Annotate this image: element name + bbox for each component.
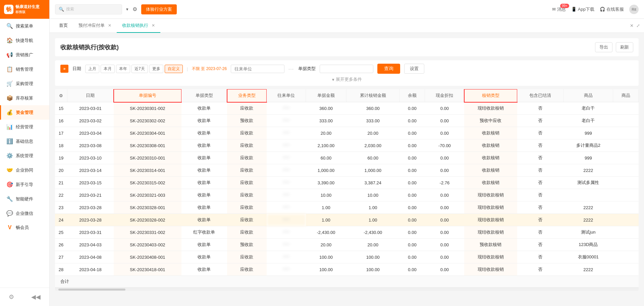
search-menu-icon: 🔍 <box>6 23 13 29</box>
sidebar-item-finance[interactable]: 💰 资金管理 <box>0 105 49 120</box>
date-btn-custom[interactable]: 自定义 <box>165 65 183 73</box>
sidebar-item-enterprise[interactable]: 🤝 企业协同 <box>0 163 49 177</box>
receipt-type-select[interactable] <box>320 65 373 73</box>
table-row[interactable]: 172023-03-04SK-20230304-001收款单应收款****20.… <box>55 127 639 139</box>
header-search-bar[interactable]: 🔍 搜索 <box>55 4 122 14</box>
gear-icon[interactable]: ⚙ <box>132 6 137 12</box>
industry-btn[interactable]: 体验行业方案 <box>141 4 177 14</box>
filter-more-row[interactable]: ▾ 展开更多条件 <box>60 76 633 82</box>
query-btn[interactable]: 查询 <box>377 64 400 74</box>
filter-expand-btn[interactable]: » <box>60 65 68 73</box>
table-row[interactable]: 232023-03-28SK-20230328-001收款单应收款****1.0… <box>55 201 639 214</box>
table-row[interactable]: 212023-03-15SK-20230315-002收款单应收款****3,3… <box>55 177 639 189</box>
sidebar-item-guide[interactable]: 🎯 新手引导 <box>0 177 49 192</box>
sidebar-item-basic[interactable]: ℹ️ 基础信息 <box>0 134 49 148</box>
message-icon: ✉ <box>552 7 556 12</box>
cell-goods2 <box>613 152 639 164</box>
date-label: 日期 <box>72 66 81 72</box>
tab-bar-actions: ✕ ⤢ <box>630 23 640 28</box>
date-btn-this-year[interactable]: 本年 <box>116 65 130 73</box>
sidebar-item-sales[interactable]: 📋 销售管理 <box>0 62 49 76</box>
cell-counterparty: **** <box>267 263 306 276</box>
cell-date: 2023-03-10 <box>67 152 114 164</box>
th-balance: 余额 <box>399 89 425 102</box>
logo-title: 畅康道好生意 <box>15 4 40 10</box>
sidebar-item-inventory[interactable]: 📦 库存核算 <box>0 91 49 105</box>
cell-doc-no[interactable]: SK-20230418-001 <box>114 263 181 276</box>
scrollbar-thumb[interactable] <box>58 289 125 291</box>
sidebar-item-operations[interactable]: 📊 经营管理 <box>0 120 49 134</box>
scrollbar-area[interactable] <box>55 288 639 291</box>
tab-collection[interactable]: 收款核销执行 ✕ <box>117 19 160 33</box>
sidebar-item-search[interactable]: 🔍 搜索菜单 <box>0 19 49 33</box>
table-row[interactable]: 262023-04-03SK-20230403-002收款单预收款****20.… <box>55 239 639 251</box>
cell-doc-no[interactable]: SK-20230315-002 <box>114 177 181 189</box>
table-row[interactable]: 242023-03-28SK-20230328-002收款单应收款****1.0… <box>55 214 639 226</box>
collection-tab-close[interactable]: ✕ <box>152 23 155 28</box>
search-menu-label: 搜索菜单 <box>16 23 33 29</box>
sidebar-item-purchase[interactable]: 🛒 采购管理 <box>0 76 49 91</box>
table-row[interactable]: 182023-03-08SK-20230308-001收款单应收款****2,1… <box>55 139 639 152</box>
date-btn-last-month[interactable]: 上月 <box>85 65 99 73</box>
cell-doc-no[interactable]: SK-20230310-001 <box>114 152 181 164</box>
maximize-icon[interactable]: ⤢ <box>636 23 640 28</box>
cell-doc-no[interactable]: SK-20230314-001 <box>114 164 181 177</box>
cell-discount: 0.00 <box>425 189 464 201</box>
filter-settings-btn[interactable]: 设置 <box>404 64 424 74</box>
sidebar-item-quick-nav[interactable]: 🏠 快捷导航 <box>0 33 49 48</box>
refresh-btn[interactable]: 刷新 <box>616 42 633 52</box>
table-row[interactable]: 282023-04-18SK-20230418-001收款单应收款****100… <box>55 263 639 276</box>
cell-doc-no[interactable]: SK-20230403-002 <box>114 239 181 251</box>
table-row[interactable]: 202023-03-14SK-20230314-001收款单应收款****1,0… <box>55 164 639 177</box>
tab-home[interactable]: 首页 <box>54 19 73 33</box>
collapse-btn[interactable]: ◀◀ <box>29 291 43 303</box>
settings-icon[interactable]: ⚙ <box>59 93 63 98</box>
cell-doc-no[interactable]: SK-20230328-001 <box>114 201 181 214</box>
table-row[interactable]: 192023-03-10SK-20230310-001收款单应收款****60.… <box>55 152 639 164</box>
cell-doc-no[interactable]: SK-20230301-002 <box>114 102 181 115</box>
cell-doc-no[interactable]: SK-20230308-001 <box>114 139 181 152</box>
sidebar-item-wechat[interactable]: 💬 企业微信 <box>0 206 49 221</box>
close-all-icon[interactable]: ✕ <box>630 23 634 28</box>
date-btn-7days[interactable]: 近7天 <box>131 65 148 73</box>
table-row[interactable]: 162023-03-02SK-20230302-002收款单预收款****333… <box>55 115 639 127</box>
cell-balance: 0.00 <box>399 177 425 189</box>
app-download-action[interactable]: 📱 App下载 <box>571 6 594 12</box>
logo-icon: 畅 <box>4 5 13 14</box>
cell-goods2 <box>613 164 639 177</box>
sidebar-item-system[interactable]: ⚙️ 系统管理 <box>0 148 49 163</box>
receivable-tab-close[interactable]: ✕ <box>108 23 111 28</box>
date-btn-more[interactable]: 更多 <box>149 65 163 73</box>
cell-doc-no[interactable]: SK-20230321-003 <box>114 189 181 201</box>
dropdown-arrow[interactable]: ▾ <box>126 7 128 12</box>
table-row[interactable]: 152023-03-01SK-20230301-002收款单应收款****360… <box>55 102 639 115</box>
message-badge: 99+ <box>560 4 569 8</box>
cell-counterparty: **** <box>267 115 306 127</box>
sidebar-item-member[interactable]: V 畅会员 <box>0 221 49 235</box>
cell-discount: 0.00 <box>425 127 464 139</box>
cell-doc-no[interactable]: SK-20230408-001 <box>114 251 181 263</box>
member-icon: V <box>6 225 13 231</box>
user-avatar[interactable]: Rit <box>629 5 639 14</box>
sidebar-item-marketing[interactable]: 📢 营销推广 <box>0 48 49 62</box>
date-btn-this-month[interactable]: 本月 <box>101 65 115 73</box>
cell-goods1: 2222 <box>564 214 613 226</box>
settings-btn[interactable]: ⚙ <box>7 291 16 303</box>
table-row[interactable]: 272023-04-08SK-20230408-001收款单应收款****100… <box>55 251 639 263</box>
th-settings[interactable]: ⚙ <box>55 89 67 102</box>
table-row[interactable]: 252023-03-31SK-20230331-002红字收款单应收款****-… <box>55 226 639 239</box>
cell-doc-no[interactable]: SK-20230304-001 <box>114 127 181 139</box>
export-btn[interactable]: 导出 <box>595 42 612 52</box>
tab-receivable[interactable]: 预付冲应付单 ✕ <box>73 19 117 33</box>
cell-doc-no[interactable]: SK-20230302-002 <box>114 115 181 127</box>
sidebar-item-hardware[interactable]: 🔧 智能硬件 <box>0 192 49 206</box>
table-row[interactable]: 222023-03-21SK-20230321-003收款单应收款****10.… <box>55 189 639 201</box>
counterparty-input[interactable] <box>231 65 284 73</box>
message-action[interactable]: ✉ 消息 99+ <box>552 6 566 12</box>
cell-doc-no[interactable]: SK-20230331-002 <box>114 226 181 239</box>
phone-icon: 📱 <box>571 7 577 12</box>
cell-goods2 <box>613 251 639 263</box>
support-action[interactable]: 🎧 在线客服 <box>600 6 624 12</box>
cell-doc-no[interactable]: SK-20230328-002 <box>114 214 181 226</box>
cell-no: 27 <box>55 251 67 263</box>
